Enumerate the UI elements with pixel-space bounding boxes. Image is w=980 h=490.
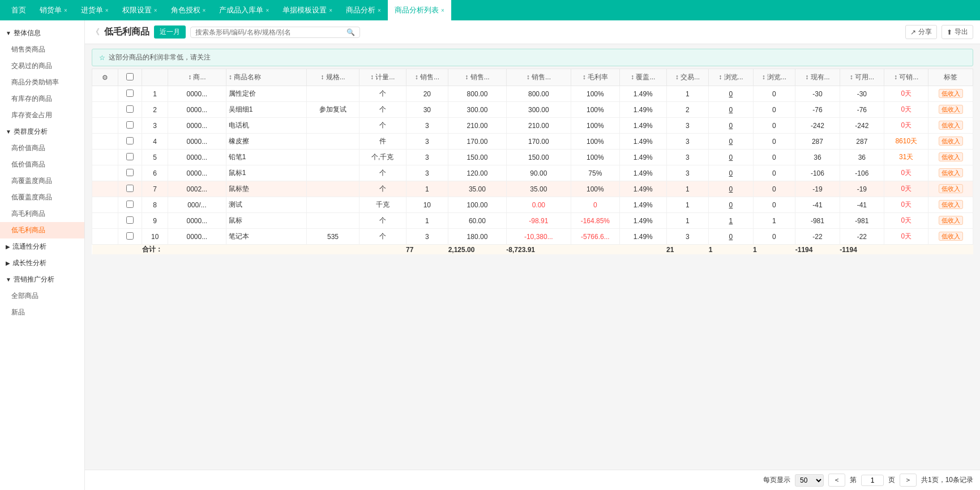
nav-template-settings[interactable]: 单据模板设置 × — [276, 0, 339, 20]
col-spec-header[interactable]: ↕ 规格... — [307, 69, 360, 86]
nav-product-analysis-list[interactable]: 商品分析列表 × — [388, 0, 451, 20]
sidebar-group-circulation[interactable]: ▶ 流通性分析 — [0, 238, 84, 255]
sidebar-item-in-stock-goods[interactable]: 有库存的商品 — [0, 91, 84, 107]
row-name-5[interactable]: 鼠标1 — [226, 165, 307, 181]
sidebar-item-traded-goods[interactable]: 交易过的商品 — [0, 58, 84, 74]
sidebar-item-high-coverage[interactable]: 高覆盖度商品 — [0, 173, 84, 189]
row-name-0[interactable]: 属性定价 — [226, 86, 307, 102]
row-settings-0[interactable] — [92, 86, 118, 102]
col-view2-header[interactable]: ↕ 浏览... — [753, 69, 795, 86]
period-button[interactable]: 近一月 — [154, 25, 186, 39]
row-view1-5[interactable]: 0 — [709, 165, 753, 181]
sidebar-item-low-coverage[interactable]: 低覆盖度商品 — [0, 189, 84, 206]
nav-permissions[interactable]: 权限设置 × — [115, 0, 164, 20]
row-name-4[interactable]: 铅笔1 — [226, 150, 307, 165]
row-settings-6[interactable] — [92, 181, 118, 197]
export-button[interactable]: ⬆ 导出 — [942, 25, 973, 39]
col-stock2-header[interactable]: ↕ 可用... — [840, 69, 884, 86]
row-settings-7[interactable] — [92, 197, 118, 213]
close-role-auth-icon[interactable]: × — [203, 7, 206, 14]
row-settings-9[interactable] — [92, 229, 118, 245]
nav-product-analysis[interactable]: 商品分析 × — [339, 0, 388, 20]
row-name-8[interactable]: 鼠标 — [226, 213, 307, 229]
col-sales-amt-header[interactable]: ↕ 销售... — [506, 69, 571, 86]
col-name-header[interactable]: ↕ 商品名称 — [226, 69, 307, 86]
close-sales-order-icon[interactable]: × — [64, 7, 67, 14]
sidebar-group-growth[interactable]: ▶ 成长性分析 — [0, 255, 84, 271]
close-product-inbound-icon[interactable]: × — [266, 7, 269, 14]
col-qty-header[interactable]: ↕ 销售... — [406, 69, 448, 86]
sidebar-collapse-btn[interactable]: 《 — [92, 27, 100, 37]
nav-purchase-order[interactable]: 进货单 × — [74, 0, 115, 20]
col-price-header[interactable]: ↕ 销售... — [448, 69, 507, 86]
sidebar-item-category-rate[interactable]: 商品分类助销率 — [0, 74, 84, 91]
col-salable-header[interactable]: ↕ 可销... — [884, 69, 928, 86]
row-name-2[interactable]: 电话机 — [226, 118, 307, 134]
close-product-analysis-icon[interactable]: × — [378, 7, 381, 14]
search-icon[interactable]: 🔍 — [346, 28, 355, 36]
row-view1-6[interactable]: 0 — [709, 181, 753, 197]
row-checkbox-1[interactable] — [118, 102, 142, 118]
row-name-1[interactable]: 吴细细1 — [226, 102, 307, 118]
page-number-input[interactable] — [861, 475, 884, 486]
row-name-3[interactable]: 橡皮擦 — [226, 134, 307, 150]
row-checkbox-0[interactable] — [118, 86, 142, 102]
col-code-header[interactable]: ↕ 商... — [168, 69, 226, 86]
row-settings-8[interactable] — [92, 213, 118, 229]
row-checkbox-9[interactable] — [118, 229, 142, 245]
row-view1-3[interactable]: 0 — [709, 134, 753, 150]
sidebar-item-stock-capital[interactable]: 库存资金占用 — [0, 107, 84, 123]
col-view1-header[interactable]: ↕ 浏览... — [709, 69, 753, 86]
row-checkbox-5[interactable] — [118, 165, 142, 181]
row-checkbox-2[interactable] — [118, 118, 142, 134]
row-view1-4[interactable]: 0 — [709, 150, 753, 165]
row-checkbox-8[interactable] — [118, 213, 142, 229]
row-checkbox-6[interactable] — [118, 181, 142, 197]
col-stock1-header[interactable]: ↕ 现有... — [795, 69, 840, 86]
nav-sales-order[interactable]: 销货单 × — [33, 0, 74, 20]
col-cover-rate-header[interactable]: ↕ 覆盖... — [619, 69, 666, 86]
close-permissions-icon[interactable]: × — [154, 7, 157, 14]
sidebar-group-overall[interactable]: ▼ 整体信息 — [0, 25, 84, 41]
row-name-9[interactable]: 笔记本 — [226, 229, 307, 245]
sidebar-item-high-gross[interactable]: 高毛利商品 — [0, 206, 84, 222]
row-view1-7[interactable]: 0 — [709, 197, 753, 213]
row-view1-1[interactable]: 0 — [709, 102, 753, 118]
search-input[interactable] — [195, 28, 346, 36]
select-all-checkbox[interactable] — [126, 73, 134, 80]
sidebar-group-marketing[interactable]: ▼ 营销推广分析 — [0, 271, 84, 288]
col-trans-header[interactable]: ↕ 交易... — [666, 69, 709, 86]
sidebar-item-sales-goods[interactable]: 销售类商品 — [0, 41, 84, 58]
col-settings[interactable]: ⚙ — [92, 69, 118, 86]
close-template-icon[interactable]: × — [329, 7, 332, 14]
sidebar-item-low-value[interactable]: 低价值商品 — [0, 156, 84, 173]
settings-icon[interactable]: ⚙ — [102, 74, 108, 82]
col-checkbox-all[interactable] — [118, 69, 142, 86]
page-size-select[interactable]: 50 100 200 — [795, 474, 824, 487]
nav-role-auth[interactable]: 角色授权 × — [164, 0, 213, 20]
table-container[interactable]: ⚙ ↕ 商... ↕ 商品名称 ↕ 规格... — [92, 69, 973, 470]
row-view1-0[interactable]: 0 — [709, 86, 753, 102]
row-settings-3[interactable] — [92, 134, 118, 150]
col-tag-header[interactable]: 标签 — [928, 69, 973, 86]
row-view1-8[interactable]: 1 — [709, 213, 753, 229]
close-product-analysis-list-icon[interactable]: × — [441, 7, 444, 14]
close-purchase-order-icon[interactable]: × — [105, 7, 109, 14]
sidebar-item-new-goods[interactable]: 新品 — [0, 304, 84, 321]
row-name-7[interactable]: 测试 — [226, 197, 307, 213]
row-settings-2[interactable] — [92, 118, 118, 134]
nav-home[interactable]: 首页 — [5, 0, 33, 20]
share-button[interactable]: ↗ 分享 — [905, 25, 937, 39]
nav-product-inbound[interactable]: 产成品入库单 × — [212, 0, 276, 20]
row-settings-5[interactable] — [92, 165, 118, 181]
row-view1-9[interactable]: 0 — [709, 229, 753, 245]
row-settings-1[interactable] — [92, 102, 118, 118]
row-name-6[interactable]: 鼠标垫 — [226, 181, 307, 197]
row-view1-2[interactable]: 0 — [709, 118, 753, 134]
prev-page-btn[interactable]: ＜ — [828, 474, 845, 487]
sidebar-item-high-value[interactable]: 高价值商品 — [0, 140, 84, 156]
row-checkbox-4[interactable] — [118, 150, 142, 165]
next-page-btn[interactable]: ＞ — [900, 474, 917, 487]
row-checkbox-3[interactable] — [118, 134, 142, 150]
sidebar-item-all-goods[interactable]: 全部商品 — [0, 288, 84, 304]
